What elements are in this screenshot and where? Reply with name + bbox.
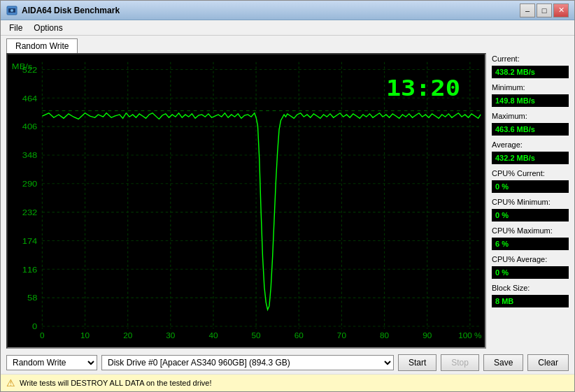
cpu-current-label: CPU% Current: bbox=[492, 169, 569, 177]
cpu-maximum-label: CPU% Maximum: bbox=[492, 226, 569, 235]
menu-options[interactable]: Options bbox=[28, 22, 68, 34]
average-value: 432.2 MB/s bbox=[492, 152, 569, 164]
test-type-dropdown[interactable]: Random Write bbox=[6, 355, 97, 370]
window-title: AIDA64 Disk Benchmark bbox=[22, 6, 120, 15]
chart-svg: 522 464 406 348 290 232 174 116 58 0 MB/… bbox=[8, 55, 485, 347]
title-bar-buttons: – □ ✕ bbox=[520, 3, 569, 17]
svg-text:290: 290 bbox=[22, 180, 38, 189]
cpu-average-label: CPU% Average: bbox=[492, 255, 569, 263]
minimum-value: 149.8 MB/s bbox=[492, 94, 569, 107]
cpu-current-value: 0 % bbox=[492, 180, 569, 193]
svg-text:232: 232 bbox=[22, 208, 38, 217]
stats-panel: Current: 438.2 MB/s Minimum: 149.8 MB/s … bbox=[492, 53, 569, 349]
maximize-button[interactable]: □ bbox=[537, 3, 552, 17]
menu-bar: File Options bbox=[1, 20, 574, 36]
block-size-value: 8 MB bbox=[492, 295, 569, 307]
save-button[interactable]: Save bbox=[483, 354, 523, 371]
block-size-label: Block Size: bbox=[492, 284, 569, 292]
disk-dropdown[interactable]: Disk Drive #0 [Apacer AS340 960GB] (894.… bbox=[101, 355, 394, 370]
svg-text:464: 464 bbox=[22, 94, 38, 103]
maximum-label: Maximum: bbox=[492, 112, 569, 120]
svg-text:0: 0 bbox=[32, 322, 37, 331]
svg-text:MB/s: MB/s bbox=[12, 62, 32, 71]
svg-text:58: 58 bbox=[27, 293, 37, 303]
bottom-controls: Random Write Disk Drive #0 [Apacer AS340… bbox=[1, 351, 574, 374]
svg-point-2 bbox=[10, 9, 13, 12]
svg-text:406: 406 bbox=[22, 122, 38, 131]
svg-text:50: 50 bbox=[252, 332, 261, 340]
svg-text:40: 40 bbox=[208, 332, 218, 340]
svg-text:90: 90 bbox=[423, 332, 432, 340]
cpu-minimum-label: CPU% Minimum: bbox=[492, 198, 569, 206]
stop-button[interactable]: Stop bbox=[441, 354, 479, 371]
svg-text:10: 10 bbox=[80, 332, 90, 340]
svg-text:100 %: 100 % bbox=[458, 332, 481, 340]
svg-text:174: 174 bbox=[22, 236, 38, 245]
svg-text:348: 348 bbox=[22, 151, 38, 160]
clear-button[interactable]: Clear bbox=[527, 354, 569, 371]
status-bar: ⚠ Write tests will DESTROY ALL DATA on t… bbox=[1, 374, 574, 391]
tab-area: Random Write bbox=[1, 36, 574, 53]
average-label: Average: bbox=[492, 140, 569, 149]
current-value: 438.2 MB/s bbox=[492, 66, 569, 78]
chart-container: 522 464 406 348 290 232 174 116 58 0 MB/… bbox=[6, 53, 486, 349]
svg-text:80: 80 bbox=[380, 332, 389, 340]
cpu-average-value: 0 % bbox=[492, 266, 569, 279]
minimum-label: Minimum: bbox=[492, 83, 569, 92]
cpu-minimum-value: 0 % bbox=[492, 209, 569, 222]
svg-text:116: 116 bbox=[22, 265, 38, 274]
close-button[interactable]: ✕ bbox=[553, 3, 569, 17]
warning-icon: ⚠ bbox=[6, 377, 15, 389]
main-window: AIDA64 Disk Benchmark – □ ✕ File Options… bbox=[0, 0, 575, 392]
cpu-maximum-value: 6 % bbox=[492, 238, 569, 250]
main-content: 522 464 406 348 290 232 174 116 58 0 MB/… bbox=[1, 53, 574, 351]
menu-file[interactable]: File bbox=[3, 22, 28, 34]
title-bar: AIDA64 Disk Benchmark – □ ✕ bbox=[1, 1, 574, 20]
svg-text:70: 70 bbox=[337, 332, 346, 340]
status-message: Write tests will DESTROY ALL DATA on the… bbox=[20, 379, 212, 387]
svg-text:20: 20 bbox=[123, 332, 132, 340]
svg-text:30: 30 bbox=[166, 332, 175, 340]
svg-text:0: 0 bbox=[40, 332, 45, 340]
start-button[interactable]: Start bbox=[398, 354, 436, 371]
svg-text:60: 60 bbox=[294, 332, 304, 340]
current-label: Current: bbox=[492, 55, 569, 63]
svg-text:13:20: 13:20 bbox=[386, 75, 460, 101]
title-bar-left: AIDA64 Disk Benchmark bbox=[6, 5, 120, 16]
maximum-value: 463.6 MB/s bbox=[492, 123, 569, 136]
app-icon bbox=[6, 5, 17, 16]
minimize-button[interactable]: – bbox=[520, 3, 535, 17]
tab-random-write[interactable]: Random Write bbox=[6, 38, 78, 53]
